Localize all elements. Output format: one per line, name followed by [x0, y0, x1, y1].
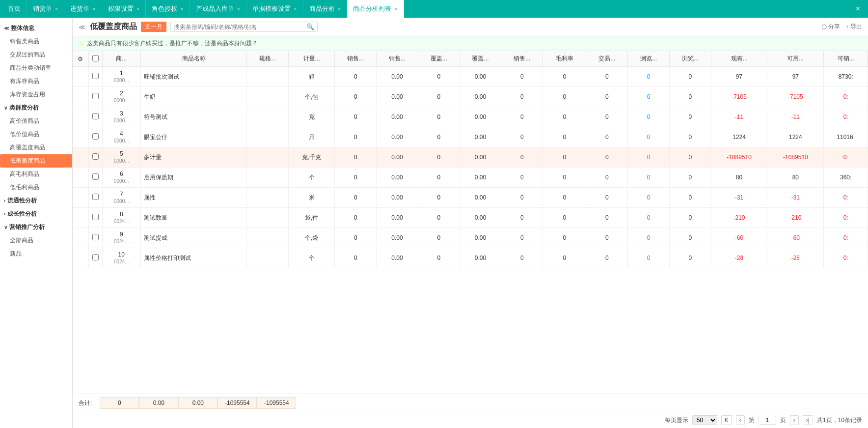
- share-button[interactable]: ⬡ 分享: [821, 23, 840, 31]
- tab-permission-settings[interactable]: 权限设置 ×: [102, 0, 146, 18]
- row-checkbox-cell[interactable]: [88, 67, 102, 87]
- row-browse1[interactable]: 0: [628, 67, 670, 87]
- row-checkbox-cell[interactable]: [88, 248, 102, 268]
- row-checkbox-cell[interactable]: [88, 168, 102, 188]
- row-checkbox-cell[interactable]: [88, 147, 102, 168]
- sidebar-item-stocked-goods[interactable]: 有库存商品: [0, 75, 72, 88]
- sidebar-group-circulation[interactable]: › 流通性分析: [0, 194, 72, 207]
- first-page-button[interactable]: K: [721, 415, 732, 425]
- tab-purchase-order[interactable]: 进货单 ×: [64, 0, 102, 18]
- col-sales2[interactable]: 销售...: [377, 51, 418, 67]
- search-input[interactable]: [174, 24, 306, 30]
- window-close-button[interactable]: ×: [850, 4, 866, 13]
- total-cells: 0 0.00 0.00 -1095554 -1095554: [100, 397, 296, 409]
- col-trade[interactable]: 交易...: [586, 51, 628, 67]
- close-tab-role-auth[interactable]: ×: [180, 6, 183, 12]
- col-sales3[interactable]: 销售...: [501, 51, 543, 67]
- row-browse1[interactable]: 0: [628, 208, 670, 228]
- col-sales1[interactable]: 销售...: [335, 51, 377, 67]
- sidebar-item-sales-goods[interactable]: 销售类商品: [0, 35, 72, 48]
- sidebar-group-growth[interactable]: › 成长性分析: [0, 207, 72, 221]
- row-checkbox-cell[interactable]: [88, 208, 102, 228]
- col-browse1[interactable]: 浏览...: [628, 51, 670, 67]
- export-button[interactable]: ↑ 导出: [846, 23, 863, 31]
- col-checkbox-header[interactable]: [88, 51, 102, 67]
- row-checkbox[interactable]: [92, 73, 99, 79]
- sidebar-item-all-goods[interactable]: 全部商品: [0, 234, 72, 247]
- row-checkbox-cell[interactable]: [88, 228, 102, 248]
- row-checkbox[interactable]: [92, 153, 99, 160]
- tab-role-auth[interactable]: 角色授权 ×: [146, 0, 190, 18]
- row-browse1[interactable]: 0: [628, 188, 670, 208]
- close-tab-product-storage[interactable]: ×: [237, 6, 240, 12]
- search-icon[interactable]: 🔍: [306, 23, 314, 30]
- col-code[interactable]: 商...: [102, 51, 141, 67]
- sidebar-item-inventory-capital[interactable]: 库存资金占用: [0, 88, 72, 101]
- col-cover1[interactable]: 覆盖...: [418, 51, 460, 67]
- collapse-button[interactable]: ≪: [79, 23, 86, 31]
- per-page-select[interactable]: 50 100 200: [692, 415, 717, 425]
- close-tab-product-analysis[interactable]: ×: [338, 6, 341, 12]
- row-browse1[interactable]: 0: [628, 248, 670, 268]
- sidebar-item-high-value[interactable]: 高价值商品: [0, 114, 72, 128]
- row-checkbox[interactable]: [92, 254, 99, 260]
- row-checkbox-cell[interactable]: [88, 87, 102, 107]
- col-spec[interactable]: 规格...: [247, 51, 289, 67]
- sidebar-group-overall[interactable]: ≪ 整体信息: [0, 22, 72, 35]
- col-settings[interactable]: ⚙: [73, 51, 88, 67]
- row-checkbox[interactable]: [92, 133, 99, 140]
- close-tab-sales-order[interactable]: ×: [55, 6, 58, 12]
- row-browse1[interactable]: 0: [628, 168, 670, 188]
- tab-sales-order[interactable]: 销货单 ×: [27, 0, 64, 18]
- tab-product-analysis-list[interactable]: 商品分析列表 ×: [347, 0, 404, 18]
- sidebar-item-low-value[interactable]: 低价值商品: [0, 128, 72, 141]
- row-checkbox-cell[interactable]: [88, 127, 102, 147]
- row-checkbox[interactable]: [92, 113, 99, 119]
- sidebar-item-new-goods[interactable]: 新品: [0, 247, 72, 260]
- col-available[interactable]: 可用...: [767, 51, 824, 67]
- sidebar-item-high-margin[interactable]: 高毛利商品: [0, 168, 72, 181]
- tab-product-analysis[interactable]: 商品分析 ×: [303, 0, 347, 18]
- close-tab-purchase-order[interactable]: ×: [92, 6, 95, 12]
- col-browse2[interactable]: 浏览...: [669, 51, 711, 67]
- sidebar-item-low-margin[interactable]: 低毛利商品: [0, 181, 72, 194]
- row-checkbox[interactable]: [92, 234, 99, 240]
- sidebar-group-marketing[interactable]: ∨ 营销推广分析: [0, 221, 72, 234]
- row-browse1[interactable]: 0: [628, 127, 670, 147]
- sidebar-item-traded-goods[interactable]: 交易过的商品: [0, 48, 72, 61]
- row-checkbox[interactable]: [92, 214, 99, 220]
- time-filter-button[interactable]: 近一月: [141, 22, 166, 32]
- close-tab-permission-settings[interactable]: ×: [136, 6, 139, 12]
- sidebar-group-cluster[interactable]: ∨ 类群度分析: [0, 101, 72, 114]
- col-cover2[interactable]: 覆盖...: [460, 51, 501, 67]
- close-tab-template-settings[interactable]: ×: [294, 6, 297, 12]
- col-unit[interactable]: 计量...: [289, 51, 335, 67]
- tab-product-storage[interactable]: 产成品入库单 ×: [190, 0, 246, 18]
- col-sellable[interactable]: 可销...: [824, 51, 868, 67]
- next-page-button[interactable]: ›: [790, 415, 799, 425]
- table-wrapper[interactable]: ⚙ 商... 商品名称 规格... 计量... 销售... 销售... 覆盖..…: [73, 51, 868, 394]
- last-page-button[interactable]: ›|: [803, 415, 813, 425]
- sidebar-item-category-turnover[interactable]: 商品分类动销率: [0, 61, 72, 75]
- row-checkbox[interactable]: [92, 194, 99, 200]
- tab-home[interactable]: 首页: [2, 0, 27, 18]
- col-current[interactable]: 现有...: [711, 51, 767, 67]
- col-gross-rate[interactable]: 毛利率: [543, 51, 586, 67]
- row-checkbox-cell[interactable]: [88, 107, 102, 127]
- sidebar-item-low-coverage[interactable]: 低覆盖度商品: [0, 154, 72, 168]
- tab-template-settings[interactable]: 单据模板设置 ×: [246, 0, 303, 18]
- row-browse1[interactable]: 0: [628, 107, 670, 127]
- row-checkbox-cell[interactable]: [88, 188, 102, 208]
- row-checkbox[interactable]: [92, 173, 99, 180]
- sidebar-item-high-coverage[interactable]: 高覆盖度商品: [0, 141, 72, 154]
- select-all-checkbox[interactable]: [92, 55, 99, 61]
- row-browse1[interactable]: 0: [628, 228, 670, 248]
- row-browse1[interactable]: 0: [628, 147, 670, 168]
- prev-page-button[interactable]: ‹: [736, 415, 745, 425]
- col-name[interactable]: 商品名称: [141, 51, 247, 67]
- row-browse1[interactable]: 0: [628, 87, 670, 107]
- close-tab-product-analysis-list[interactable]: ×: [394, 6, 397, 12]
- settings-gear-icon[interactable]: ⚙: [78, 56, 83, 62]
- page-number-input[interactable]: [759, 416, 776, 425]
- row-checkbox[interactable]: [92, 93, 99, 99]
